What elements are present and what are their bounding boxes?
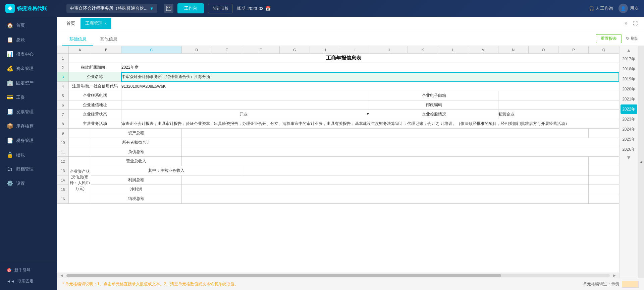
user-name: 用友: [630, 5, 639, 11]
spreadsheet-main[interactable]: A B C D E F G H I J: [57, 46, 619, 273]
sidebar-item-report[interactable]: 📊 报表中心: [0, 47, 57, 61]
workbench-button[interactable]: 工作台: [177, 3, 204, 13]
table-row: 12 企业资产状况信息(币种：人民币万元) 营业总收入: [57, 157, 619, 166]
cell-email-value[interactable]: [498, 91, 619, 100]
col-header-b[interactable]: B: [91, 46, 121, 54]
collapse-sidebar-btn[interactable]: ◄: [638, 46, 644, 278]
sidebar-item-unpin[interactable]: ◄◄ 取消固定: [0, 276, 57, 287]
cell-postal-label: 邮政编码: [370, 100, 498, 110]
cell-postal-value[interactable]: [498, 100, 619, 110]
year-item-2024[interactable]: 2024年: [621, 125, 637, 134]
archive-icon: 🗂: [7, 166, 13, 172]
col-header-c[interactable]: C: [121, 46, 182, 54]
horizontal-scrollbar[interactable]: ◄ ►: [57, 273, 619, 278]
sidebar-item-fund[interactable]: 💰 资金管理: [0, 61, 57, 76]
company-icon-btn[interactable]: [164, 4, 173, 13]
col-header-h[interactable]: H: [310, 46, 340, 54]
col-header-d[interactable]: D: [181, 46, 212, 54]
cell-tax-label: 纳税总额: [91, 194, 182, 204]
scroll-left-btn[interactable]: ◄: [58, 273, 65, 278]
close-panel-icon[interactable]: ×: [623, 20, 629, 27]
tab-home[interactable]: 首页: [62, 18, 79, 29]
col-header-k[interactable]: K: [408, 46, 438, 54]
cell-title[interactable]: 工商年报信息表: [68, 54, 619, 63]
year-item-2021[interactable]: 2021年: [621, 94, 637, 104]
sidebar-item-salary[interactable]: 💳 工资: [0, 90, 57, 104]
old-version-button[interactable]: 切到旧版: [208, 4, 233, 13]
sidebar-item-guide[interactable]: 🎯 新手引导: [0, 265, 57, 276]
row-num-2: 2: [57, 63, 69, 72]
help-button[interactable]: 🎧 人工咨询: [589, 5, 613, 11]
sidebar-item-ledger[interactable]: 📋 总账: [0, 32, 57, 47]
scroll-right-btn[interactable]: ►: [611, 273, 618, 278]
col-header-n[interactable]: N: [498, 46, 528, 54]
cell-status-value[interactable]: 开业 ▼: [121, 110, 370, 119]
year-item-2026[interactable]: 2026年: [621, 145, 637, 154]
col-header-o[interactable]: O: [528, 46, 558, 54]
cell-main-revenue-value[interactable]: [242, 166, 589, 175]
cell-control-value[interactable]: 私营企业: [498, 110, 619, 119]
cell-address-value[interactable]: [121, 100, 370, 110]
cell-regnum-value[interactable]: 91320100MA208E5W6K: [121, 82, 619, 91]
sidebar-item-inventory[interactable]: 📦 库存核算: [0, 119, 57, 133]
sidebar-item-invoice[interactable]: 🧾 发票管理: [0, 104, 57, 119]
cell-period-value[interactable]: 2022年度: [121, 63, 619, 72]
expand-panel-icon[interactable]: ⛶: [632, 20, 639, 27]
refresh-button[interactable]: ↻ 刷新: [626, 36, 639, 42]
year-nav-down[interactable]: ▼: [623, 154, 635, 161]
cell-9-a: [68, 129, 91, 138]
company-selector[interactable]: 中审众环会计师事务所（特殊普通合伙... ▼: [66, 4, 157, 13]
header-right: 🎧 人工咨询 👤 用友: [589, 4, 639, 13]
sample-color-box: [622, 281, 639, 288]
cell-net-profit-value[interactable]: [181, 185, 589, 194]
cell-business-value[interactable]: 审查企业会计报表；出具审计报告；验证企业资本；出具验资报告；办理企业合开、分立、…: [121, 119, 619, 129]
cell-equity-value[interactable]: [181, 138, 619, 147]
cell-assets-value[interactable]: [181, 129, 589, 138]
cell-phone-value[interactable]: [121, 91, 370, 100]
cell-revenue-value[interactable]: [181, 157, 589, 166]
reset-report-button[interactable]: 重置报表: [596, 34, 622, 43]
logo-text: 畅捷通易代账: [17, 5, 47, 12]
col-header-i[interactable]: I: [340, 46, 370, 54]
sidebar-item-close[interactable]: 🔒 结账: [0, 148, 57, 162]
col-header-m[interactable]: M: [468, 46, 498, 54]
cell-tax-value[interactable]: [181, 194, 589, 204]
year-item-2022[interactable]: 2022年: [621, 104, 637, 114]
year-item-2017[interactable]: 2017年: [621, 54, 637, 64]
col-header-f[interactable]: F: [242, 46, 279, 54]
tab-close-icon[interactable]: ×: [105, 21, 107, 25]
col-header-g[interactable]: G: [279, 46, 310, 54]
cell-company-value[interactable]: 中审众环会计师事务所（特殊普通合伙）江苏分所: [121, 72, 619, 82]
col-header-j[interactable]: J: [370, 46, 408, 54]
tab-gongshang[interactable]: 工商管理 ×: [80, 18, 111, 29]
svg-point-2: [167, 7, 168, 8]
sidebar-item-tax[interactable]: 📑 税务管理: [0, 133, 57, 148]
year-nav-up[interactable]: ▲: [623, 47, 635, 54]
year-item-2020[interactable]: 2020年: [621, 84, 637, 94]
year-item-2023[interactable]: 2023年: [621, 115, 637, 124]
spreadsheet-container: A B C D E F G H I J: [57, 46, 644, 278]
cell-profit-value[interactable]: [181, 175, 589, 185]
year-item-2018[interactable]: 2018年: [621, 64, 637, 74]
col-header-e[interactable]: E: [212, 46, 242, 54]
sidebar-item-settings[interactable]: ⚙️ 设置: [0, 176, 57, 191]
ledger-icon: 📋: [7, 37, 13, 43]
calendar-icon[interactable]: 📅: [265, 6, 271, 11]
content-area: 首页 工商管理 × × ⛶ 基础信息 其他信息: [57, 17, 644, 290]
table-row: 4 注册号/统一社会信用代码 91320100MA208E5W6K: [57, 82, 619, 91]
year-item-2019[interactable]: 2019年: [621, 74, 637, 84]
sidebar-item-archive[interactable]: 🗂 归档管理: [0, 162, 57, 176]
sidebar-item-home[interactable]: 🏠 首页: [0, 18, 57, 32]
col-header-a[interactable]: A: [68, 46, 91, 54]
col-header-l[interactable]: L: [438, 46, 468, 54]
user-area[interactable]: 👤 用友: [619, 4, 639, 13]
col-header-p[interactable]: P: [558, 46, 589, 54]
cell-debt-value[interactable]: [181, 147, 619, 157]
cell-net-profit-label: 净利润: [91, 185, 182, 194]
fund-icon: 💰: [7, 65, 13, 72]
sub-tab-other[interactable]: 其他信息: [93, 33, 124, 46]
col-header-q[interactable]: Q: [589, 46, 619, 54]
year-item-2025[interactable]: 2025年: [621, 135, 637, 144]
sub-tab-basic[interactable]: 基础信息: [62, 33, 93, 46]
sidebar-item-assets[interactable]: 🏢 固定资产: [0, 76, 57, 90]
